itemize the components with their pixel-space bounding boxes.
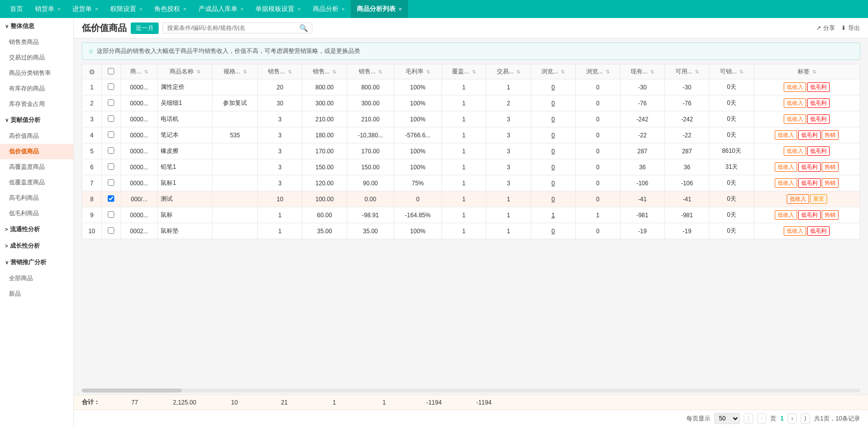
sidebar-group-贡献值分析[interactable]: ∨贡献值分析 [0, 112, 73, 128]
cell-browse1[interactable]: 0 [531, 111, 575, 127]
settings-icon[interactable]: ⚙ [89, 68, 95, 76]
cell-check[interactable] [102, 207, 121, 223]
cell-check[interactable] [102, 175, 121, 191]
nav-item-销货单[interactable]: 销货单× [29, 0, 66, 18]
sidebar-item-交易过的商品[interactable]: 交易过的商品 [0, 50, 73, 65]
row-checkbox[interactable] [108, 163, 114, 170]
page-first-btn[interactable]: ⟨ [744, 414, 753, 424]
search-icon[interactable]: 🔍 [299, 24, 308, 32]
sidebar-item-高价值商品[interactable]: 高价值商品 [0, 128, 73, 144]
nav-item-进货单[interactable]: 进货单× [66, 0, 104, 18]
nav-close-icon[interactable]: × [297, 6, 300, 12]
cell-browse1[interactable]: 1 [531, 207, 575, 223]
browse1-link[interactable]: 0 [551, 132, 555, 139]
export-button[interactable]: ⬇ 导出 [841, 24, 860, 32]
sidebar-item-有库存的商品[interactable]: 有库存的商品 [0, 81, 73, 96]
cell-browse1[interactable]: 0 [531, 175, 575, 191]
row-checkbox[interactable] [108, 99, 114, 106]
search-input[interactable] [167, 24, 299, 31]
row-checkbox[interactable] [108, 115, 114, 122]
table-row[interactable]: 8 000/... 测试 10 100.00 0.00 0 1 1 0 0 -4… [82, 191, 860, 207]
nav-item-权限设置[interactable]: 权限设置× [104, 0, 148, 18]
nav-item-产成品入库单[interactable]: 产成品入库单× [193, 0, 249, 18]
nav-item-首页[interactable]: 首页 [4, 0, 29, 18]
table-row[interactable]: 9 0000... 鼠标 1 60.00 -98.91 -164.85% 1 1… [82, 207, 860, 223]
browse1-link[interactable]: 0 [551, 100, 555, 107]
sidebar-group-整体信息[interactable]: ∨整体信息 [0, 18, 73, 34]
page-last-btn[interactable]: ⟩ [801, 414, 810, 424]
cell-check[interactable] [102, 191, 121, 207]
sidebar-item-全部商品[interactable]: 全部商品 [0, 271, 73, 286]
sidebar-group-流通性分析[interactable]: >流通性分析 [0, 221, 73, 238]
browse1-link[interactable]: 0 [551, 228, 555, 235]
cell-check[interactable] [102, 127, 121, 143]
cell-check[interactable] [102, 223, 121, 239]
sidebar-item-高覆盖度商品[interactable]: 高覆盖度商品 [0, 159, 73, 175]
row-checkbox[interactable] [108, 179, 114, 186]
per-page-select[interactable]: 50 20 100 [714, 413, 740, 424]
sidebar-item-销售类商品[interactable]: 销售类商品 [0, 34, 73, 50]
horizontal-scrollbar[interactable] [82, 389, 860, 393]
browse1-link[interactable]: 1 [551, 212, 555, 219]
sidebar-group-成长性分析[interactable]: >成长性分析 [0, 238, 73, 254]
row-checkbox[interactable] [108, 211, 114, 218]
sidebar-item-低毛利商品[interactable]: 低毛利商品 [0, 206, 73, 221]
sidebar-item-库存资金占用[interactable]: 库存资金占用 [0, 96, 73, 112]
nav-item-商品分析[interactable]: 商品分析× [307, 0, 351, 18]
share-button[interactable]: ↗ 分享 [816, 24, 835, 32]
table-row[interactable]: 2 0000... 吴细细1 参加复试 30 300.00 300.00 100… [82, 95, 860, 111]
table-row[interactable]: 7 0000... 鼠标1 3 120.00 90.00 75% 1 3 0 0… [82, 175, 860, 191]
table-row[interactable]: 5 0000... 橡皮擦 3 170.00 170.00 100% 1 3 0… [82, 143, 860, 159]
nav-close-icon[interactable]: × [183, 6, 186, 12]
table-row[interactable]: 3 0000... 电话机 3 210.00 210.00 100% 1 3 0… [82, 111, 860, 127]
sidebar-item-低覆盖度商品[interactable]: 低覆盖度商品 [0, 175, 73, 190]
cell-check[interactable] [102, 111, 121, 127]
cell-browse1[interactable]: 0 [531, 159, 575, 175]
nav-close-icon[interactable]: × [95, 6, 98, 12]
cell-browse1[interactable]: 0 [531, 79, 575, 95]
nav-item-单据模板设置[interactable]: 单据模板设置× [249, 0, 306, 18]
browse1-link[interactable]: 0 [551, 180, 555, 187]
browse1-link[interactable]: 0 [551, 116, 555, 123]
col-settings[interactable]: ⚙ [82, 64, 102, 79]
nav-item-商品分析列表[interactable]: 商品分析列表× [351, 0, 408, 18]
cell-check[interactable] [102, 143, 121, 159]
select-all-checkbox[interactable] [108, 68, 114, 74]
browse1-link[interactable]: 0 [551, 148, 555, 155]
table-row[interactable]: 4 0000... 笔记本 535 3 180.00 -10,380... -5… [82, 127, 860, 143]
row-checkbox[interactable] [108, 83, 114, 90]
cell-check[interactable] [102, 159, 121, 175]
sidebar-group-营销推广分析[interactable]: ∨营销推广分析 [0, 254, 73, 271]
table-row[interactable]: 6 0000... 铅笔1 3 150.00 150.00 100% 1 3 0… [82, 159, 860, 175]
row-checkbox[interactable] [108, 195, 114, 202]
cell-browse1[interactable]: 0 [531, 223, 575, 239]
nav-close-icon[interactable]: × [342, 6, 345, 12]
filter-recent-btn[interactable]: 近一月 [131, 22, 159, 34]
nav-item-角色授权[interactable]: 角色授权× [148, 0, 192, 18]
row-checkbox[interactable] [108, 147, 114, 154]
scrollbar-thumb[interactable] [82, 389, 182, 393]
browse1-link[interactable]: 0 [551, 164, 555, 171]
nav-close-icon[interactable]: × [139, 6, 142, 12]
browse1-link[interactable]: 0 [551, 84, 555, 91]
cell-browse1[interactable]: 0 [531, 143, 575, 159]
cell-browse1[interactable]: 0 [531, 127, 575, 143]
row-checkbox[interactable] [108, 131, 114, 138]
browse1-link[interactable]: 0 [551, 196, 555, 203]
row-checkbox[interactable] [108, 227, 114, 234]
sidebar-item-低价值商品[interactable]: 低价值商品 [0, 144, 73, 159]
sidebar-item-商品分类销售率[interactable]: 商品分类销售率 [0, 65, 73, 81]
sidebar-item-新品[interactable]: 新品 [0, 286, 73, 302]
nav-close-icon[interactable]: × [240, 6, 243, 12]
cell-browse1[interactable]: 0 [531, 191, 575, 207]
nav-close-icon[interactable]: × [399, 6, 402, 12]
table-row[interactable]: 10 0002... 鼠标垫 1 35.00 35.00 100% 1 1 0 … [82, 223, 860, 239]
table-row[interactable]: 1 0000... 属性定价 20 800.00 800.00 100% 1 1… [82, 79, 860, 95]
page-prev-btn[interactable]: ‹ [757, 414, 766, 424]
cell-check[interactable] [102, 95, 121, 111]
cell-browse1[interactable]: 0 [531, 95, 575, 111]
sidebar-item-高毛利商品[interactable]: 高毛利商品 [0, 190, 73, 206]
nav-close-icon[interactable]: × [57, 6, 60, 12]
page-next-btn[interactable]: › [788, 414, 797, 424]
cell-check[interactable] [102, 79, 121, 95]
